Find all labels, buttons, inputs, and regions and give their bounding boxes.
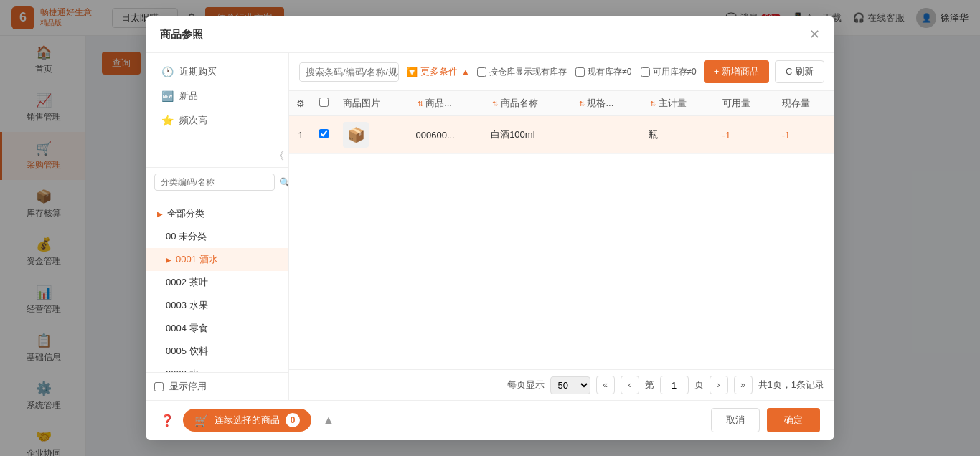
show-disabled-checkbox[interactable] [154,382,164,391]
tab-high-frequency[interactable]: ⭐ 频次高 [154,109,280,132]
show-disabled-label[interactable]: 显示停用 [169,380,207,393]
add-product-button[interactable]: + 新增商品 [704,60,769,83]
select-all-checkbox[interactable] [319,98,329,107]
stock-ne-filter-checkbox[interactable] [575,67,585,77]
collapse-panel-button[interactable]: 《 [146,150,288,167]
category-tea[interactable]: 0002 茶叶 [146,271,288,294]
tab-new-label: 新品 [179,90,198,103]
col-settings-header: ⚙ [289,91,312,116]
stock-ne-filter-label[interactable]: 现有库存≠0 [575,66,631,78]
product-img-placeholder: 📦 [347,126,365,143]
category-tea-label: 0002 茶叶 [166,276,208,289]
more-filter-button[interactable]: 🔽 更多条件 ▲ [406,65,470,78]
last-page-button[interactable]: » [734,376,753,394]
sort-icon-spec: ⇅ [579,100,585,108]
cart-selection-area[interactable]: 🛒 连续选择的商品 0 [183,409,311,432]
footer-action-buttons: 取消 确定 [711,408,820,432]
refresh-button[interactable]: C 刷新 [775,60,824,83]
clock-icon: 🕐 [161,66,174,77]
col-img-header: 商品图片 [336,91,409,116]
next-page-button[interactable]: › [710,376,728,394]
row-checkbox-cell [312,116,336,154]
category-fruit-label: 0003 水果 [166,299,208,312]
category-fruit[interactable]: 0003 水果 [146,294,288,317]
first-page-icon: « [603,380,608,390]
col-spec-header: ⇅ 规格... [570,91,641,116]
product-image: 📦 [343,122,369,148]
warehouse-filter-label[interactable]: 按仓库显示现有库存 [477,66,567,78]
product-search-input-wrap: 🔍 [299,62,399,82]
filter-options: 按仓库显示现有库存 现有库存≠0 可用库存≠0 [477,66,697,78]
cancel-button[interactable]: 取消 [711,408,760,432]
first-page-button[interactable]: « [596,376,615,394]
modal-search-bar: 🔍 🔽 更多条件 ▲ 按仓库显示现有库存 [289,53,834,91]
arrow-right-icon: ▶ [157,210,163,218]
col-unit-header: ⇅ 主计量 [641,91,715,116]
category-uncategorized[interactable]: 00 未分类 [146,225,288,248]
modal-title: 商品参照 [160,28,203,42]
help-icon[interactable]: ❓ [160,414,174,427]
col-stock-header: 现存量 [775,91,834,116]
row-num: 1 [289,116,312,154]
product-table: ⚙ 商品图片 ⇅ 商品... [289,91,834,154]
cart-label: 连续选择的商品 [215,414,280,427]
settings-col-icon[interactable]: ⚙ [296,98,305,109]
product-search-input[interactable] [300,63,399,81]
pagination: 每页显示 50 100 200 « ‹ 第 页 [289,369,834,400]
category-drinks-label: 0005 饮料 [166,345,208,358]
row-img-cell: 📦 [336,116,409,154]
row-unit-cell: 瓶 [641,116,715,154]
modal-close-button[interactable]: ✕ [809,27,820,42]
cart-count-badge: 0 [286,413,300,427]
category-snacks-label: 0004 零食 [166,322,208,335]
col-code-header: ⇅ 商品... [409,91,484,116]
left-tabs: 🕐 近期购买 🆕 新品 ⭐ 频次高 [146,53,288,150]
category-search-area: 🔍 [146,167,288,196]
tab-new-products[interactable]: 🆕 新品 [154,85,280,108]
warehouse-filter-checkbox[interactable] [477,67,486,77]
available-ne-filter-checkbox[interactable] [641,67,650,77]
prev-page-button[interactable]: ‹ [621,376,639,394]
row-name-cell: 白酒100ml [484,116,570,154]
modal-footer: ❓ 🛒 连续选择的商品 0 ▲ 取消 确定 [146,400,834,440]
category-tree: ▶ 全部分类 00 未分类 ▶ 0001 酒水 0002 茶叶 0003 水果 [146,196,288,372]
new-icon: 🆕 [161,90,174,102]
filter-label: 更多条件 [420,65,458,78]
category-uncategorized-label: 00 未分类 [166,230,207,243]
modal-left-footer: 显示停用 [146,372,288,400]
row-select-checkbox[interactable] [319,129,329,138]
table-row[interactable]: 1 📦 000600... [289,116,834,154]
available-ne-filter-label[interactable]: 可用库存≠0 [641,66,697,78]
star-icon: ⭐ [161,115,174,126]
tab-divider [154,138,280,138]
page-label: 第 [645,379,654,391]
sort-icon-name: ⇅ [492,100,498,108]
modal-right-panel: 🔍 🔽 更多条件 ▲ 按仓库显示现有库存 [289,53,834,400]
category-all-label: 全部分类 [167,207,204,220]
col-checkbox-header [312,91,336,116]
category-search-input[interactable] [154,174,275,191]
page-number-input[interactable] [660,376,689,394]
sort-icon-code: ⇅ [418,100,423,108]
category-drinks[interactable]: 0005 饮料 [146,340,288,363]
prev-page-icon: ‹ [628,380,631,390]
collapse-cart-icon[interactable]: ▲ [323,414,334,427]
category-alcohol-label: 0001 酒水 [176,253,218,266]
modal-overlay: 商品参照 ✕ 🕐 近期购买 🆕 新品 ⭐ [0,0,980,456]
category-all[interactable]: ▶ 全部分类 [146,202,288,225]
filter-icon: 🔽 [406,67,418,77]
tab-freq-label: 频次高 [179,114,207,127]
category-water[interactable]: 0008 水 [146,363,288,372]
tab-recent-purchase[interactable]: 🕐 近期购买 [154,60,280,83]
modal-body: 🕐 近期购买 🆕 新品 ⭐ 频次高 《 [146,53,834,400]
category-alcohol[interactable]: ▶ 0001 酒水 [146,248,288,271]
total-pages-info: 共1页，1条记录 [758,379,824,391]
cart-icon: 🛒 [194,414,209,427]
per-page-select[interactable]: 50 100 200 [550,376,590,394]
row-available-cell: -1 [715,116,775,154]
category-search-icon[interactable]: 🔍 [279,177,289,188]
product-reference-modal: 商品参照 ✕ 🕐 近期购买 🆕 新品 ⭐ [146,16,834,440]
category-snacks[interactable]: 0004 零食 [146,317,288,340]
row-spec-cell [570,116,641,154]
confirm-button[interactable]: 确定 [767,408,820,432]
